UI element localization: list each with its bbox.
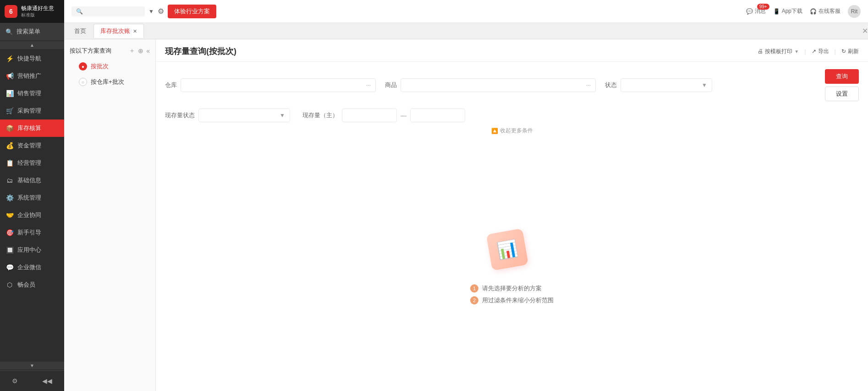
- tip-num-2: 2: [470, 296, 478, 304]
- empty-illustration: 📊: [486, 228, 529, 271]
- collapse-btn[interactable]: 🔼 收起更多条件: [165, 124, 859, 137]
- sidebar-brand: 畅康通好生意 标准版: [21, 5, 54, 18]
- guide-icon: 🎯: [5, 229, 14, 236]
- print-btn[interactable]: 🖨 按模板打印 ▼: [758, 48, 799, 55]
- settings-btn[interactable]: 设置: [825, 87, 859, 101]
- print-dropdown-icon[interactable]: ▼: [794, 49, 799, 54]
- panel-collapse-btn[interactable]: «: [146, 47, 150, 55]
- topbar-dropdown-btn[interactable]: ▼: [148, 8, 154, 15]
- finance-icon: 💰: [5, 142, 14, 149]
- plan-dot-red: ●: [79, 62, 87, 71]
- sidebar-scroll-up[interactable]: ▲: [0, 41, 64, 49]
- plan-dot-outline: ○: [79, 78, 87, 86]
- marketing-icon: 📢: [5, 72, 14, 80]
- member-icon: ⬡: [5, 281, 14, 288]
- collapse-icon: 🔼: [491, 128, 498, 134]
- refresh-icon: ↻: [841, 48, 846, 54]
- sidebar-collapse-btn[interactable]: ◀◀: [39, 375, 55, 387]
- product-more-icon: ···: [586, 82, 591, 88]
- sidebar-item-finance[interactable]: 💰 资金管理: [0, 137, 64, 154]
- panel-header: 按以下方案查询 ＋ ⊕ «: [64, 44, 155, 59]
- qty-range-from[interactable]: [342, 109, 397, 122]
- service-icon: 🎧: [810, 8, 817, 15]
- topbar-service-btn[interactable]: 🎧 在线客服: [810, 7, 841, 15]
- topbar-search-input[interactable]: [86, 8, 122, 15]
- status-select[interactable]: ▼: [621, 78, 712, 92]
- collab-icon: 🤝: [5, 212, 14, 219]
- sidebar-item-sales[interactable]: 📊 销售管理: [0, 85, 64, 102]
- inventory-status-select[interactable]: ▼: [198, 109, 290, 122]
- warehouse-more-icon: ···: [366, 82, 371, 88]
- main-area: 🔍 ▼ ⚙ 体验行业方案 💬 消息 99+ 📱 App下载 🎧 在线客服 Ri: [64, 0, 868, 391]
- sidebar-item-operation[interactable]: 📋 经营管理: [0, 154, 64, 172]
- tab-close-icon[interactable]: ✕: [133, 28, 137, 34]
- filter-status: 状态 ▼: [605, 78, 816, 92]
- panel-add-btn[interactable]: ＋: [129, 47, 135, 55]
- sidebar-settings-btn[interactable]: ⚙: [9, 375, 21, 387]
- topbar-left: 🔍 ▼ ⚙ 体验行业方案: [71, 5, 741, 18]
- wechat-icon: 💬: [5, 264, 14, 271]
- inv-status-dropdown-icon: ▼: [280, 112, 285, 119]
- query-btn[interactable]: 查询: [825, 69, 859, 84]
- filter-warehouse: 仓库 ···: [165, 78, 376, 92]
- page-actions: 🖨 按模板打印 ▼ | ↗ 导出 | ↻ 刷新: [758, 48, 859, 55]
- quick-icon: ⚡: [5, 55, 14, 62]
- message-badge: 99+: [757, 4, 769, 10]
- filter-area: 仓库 ··· 商品 ··· 状态: [156, 62, 868, 145]
- refresh-btn[interactable]: ↻ 刷新: [841, 48, 859, 55]
- topbar-gear-btn[interactable]: ⚙: [158, 7, 164, 16]
- topbar-right: 💬 消息 99+ 📱 App下载 🎧 在线客服 Rit: [746, 5, 861, 18]
- page-title: 现存量查询(按批次): [165, 46, 236, 57]
- tabbar: 首页 库存批次账 ✕ ✕: [64, 23, 868, 39]
- content: 按以下方案查询 ＋ ⊕ « ● 按批次 ○ 按仓库+批次 现存量查询(按批次): [64, 39, 868, 391]
- sidebar-item-marketing[interactable]: 📢 营销推广: [0, 67, 64, 85]
- sidebar-scroll-down[interactable]: ▼: [0, 362, 64, 369]
- sidebar-item-apps[interactable]: 🔲 应用中心: [0, 241, 64, 259]
- user-avatar[interactable]: Rit: [848, 5, 861, 18]
- sidebar-item-inventory[interactable]: 📦 库存核算: [0, 119, 64, 137]
- tab-close-btn[interactable]: ✕: [862, 27, 868, 35]
- sidebar-item-quick[interactable]: ⚡ 快捷导航: [0, 50, 64, 67]
- plan-item-by-warehouse-batch[interactable]: ○ 按仓库+批次: [64, 74, 155, 90]
- left-panel: 按以下方案查询 ＋ ⊕ « ● 按批次 ○ 按仓库+批次: [64, 39, 156, 391]
- export-btn[interactable]: ↗ 导出: [812, 48, 829, 55]
- sidebar-search[interactable]: 🔍 搜索菜单: [0, 23, 64, 40]
- sidebar-header: 6 畅康通好生意 标准版: [0, 0, 64, 23]
- sidebar-footer: ⚙ ◀◀: [0, 370, 64, 391]
- sales-icon: 📊: [5, 90, 14, 97]
- tab-home[interactable]: 首页: [68, 24, 93, 38]
- topbar-message-btn[interactable]: 💬 消息 99+: [746, 7, 766, 15]
- sidebar-item-guide[interactable]: 🎯 新手引导: [0, 224, 64, 241]
- sidebar-item-collab[interactable]: 🤝 企业协同: [0, 206, 64, 224]
- sidebar: 6 畅康通好生意 标准版 🔍 搜索菜单 ▲ ⚡ 快捷导航 📢 营销推广 📊 销售…: [0, 0, 64, 391]
- message-icon: 💬: [746, 8, 753, 15]
- status-dropdown-icon: ▼: [702, 82, 707, 88]
- right-panel: 现存量查询(按批次) 🖨 按模板打印 ▼ | ↗ 导出 | ↻: [156, 39, 868, 391]
- sidebar-item-wechat[interactable]: 💬 企业微信: [0, 259, 64, 276]
- operation-icon: 📋: [5, 159, 14, 167]
- sidebar-item-purchase[interactable]: 🛒 采购管理: [0, 102, 64, 119]
- sidebar-item-basic[interactable]: 🗂 基础信息: [0, 172, 64, 189]
- tab-inventory-batch[interactable]: 库存批次账 ✕: [93, 24, 144, 38]
- apps-icon: 🔲: [5, 246, 14, 254]
- sidebar-item-system[interactable]: ⚙️ 系统管理: [0, 189, 64, 206]
- tip-item-1: 1 请先选择要分析的方案: [470, 284, 554, 293]
- warehouse-input[interactable]: ···: [181, 78, 376, 92]
- sidebar-nav: ⚡ 快捷导航 📢 营销推广 📊 销售管理 🛒 采购管理 📦 库存核算 💰 资金管…: [0, 50, 64, 361]
- panel-header-icons: ＋ ⊕ «: [129, 47, 150, 55]
- qty-range-to[interactable]: [410, 109, 465, 122]
- product-input[interactable]: ···: [401, 78, 596, 92]
- filter-inventory-status: 现存量状态 ▼: [165, 109, 293, 122]
- sidebar-item-member[interactable]: ⬡ 畅会员: [0, 276, 64, 293]
- search-icon: 🔍: [5, 28, 13, 35]
- sidebar-logo: 6: [5, 5, 17, 18]
- topbar-app-btn[interactable]: 📱 App下载: [773, 7, 802, 15]
- plan-item-by-batch[interactable]: ● 按批次: [64, 59, 155, 74]
- empty-tips: 1 请先选择要分析的方案 2 用过滤条件来缩小分析范围: [470, 284, 554, 304]
- topbar-search-area[interactable]: 🔍: [71, 6, 145, 16]
- tip-num-1: 1: [470, 284, 478, 293]
- app-icon: 📱: [773, 8, 780, 15]
- panel-settings-btn[interactable]: ⊕: [138, 47, 143, 55]
- experience-btn[interactable]: 体验行业方案: [168, 5, 216, 18]
- inventory-qty-range: —: [342, 109, 465, 122]
